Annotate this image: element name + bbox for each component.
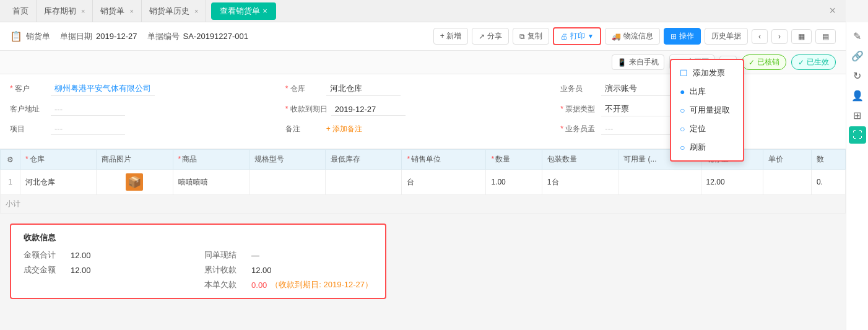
window-close-button[interactable]: × bbox=[824, 4, 841, 17]
share-button[interactable]: ↗ 分享 bbox=[472, 28, 509, 45]
row-unit-price bbox=[763, 170, 812, 195]
current-due-label: 本单欠款 bbox=[204, 279, 248, 290]
next-button[interactable]: › bbox=[771, 29, 788, 44]
payment-info-box: 收款信息 金额合计 12.00 同单现结 — 成交金额 12.00 累计收款 1… bbox=[10, 224, 386, 299]
tab-sales-order[interactable]: 销货单 × bbox=[93, 0, 141, 22]
total-amount-value: 12.00 bbox=[71, 251, 91, 260]
view-toggle-2[interactable]: ▤ bbox=[815, 29, 836, 44]
add-invoice-item[interactable]: ☐ 添加发票 bbox=[671, 64, 743, 82]
transaction-amount-item: 成交金额 12.00 bbox=[24, 264, 192, 276]
view-toggle-1[interactable]: ▦ bbox=[791, 29, 812, 44]
col-pack-qty: 包装数量 bbox=[542, 150, 618, 170]
sidebar-user-icon[interactable]: 👤 bbox=[849, 87, 866, 104]
transaction-amount-label: 成交金额 bbox=[24, 264, 67, 276]
print-button[interactable]: 🖨 打印 ▼ bbox=[553, 27, 601, 45]
close-view-sales[interactable]: × bbox=[263, 6, 267, 15]
row-available bbox=[618, 170, 701, 195]
transaction-amount-value: 12.00 bbox=[71, 266, 91, 275]
logistics-button[interactable]: 🚚 物流信息 bbox=[605, 28, 660, 45]
truck-icon: 🚚 bbox=[612, 32, 621, 41]
available-qty-icon: ○ bbox=[680, 105, 685, 115]
row-product-image: 📦 bbox=[97, 170, 173, 195]
sidebar-link-icon[interactable]: 🔗 bbox=[849, 47, 866, 64]
cumulative-value: 12.00 bbox=[251, 266, 272, 275]
staff2-label: 业务员孟 bbox=[560, 124, 597, 134]
col-unit: *销售单位 bbox=[402, 150, 486, 170]
total-amount-item: 金额合计 12.00 bbox=[24, 250, 192, 261]
effective-badge: ✓ 已生效 bbox=[791, 54, 836, 70]
new-button[interactable]: + 新增 bbox=[433, 28, 468, 45]
phone-icon: 📱 bbox=[617, 58, 627, 67]
ticket-type-label: 票据类型 bbox=[560, 104, 597, 115]
tab-view-sales[interactable]: 查看销货单 × bbox=[211, 2, 276, 20]
share-icon: ↗ bbox=[479, 32, 485, 41]
from-phone-button[interactable]: 📱 来自手机 bbox=[612, 54, 664, 70]
col-min-stock: 最低库存 bbox=[326, 150, 402, 170]
customer-value[interactable]: 柳州粤港平安气体有限公司 bbox=[51, 82, 155, 96]
prev-button[interactable]: ‹ bbox=[752, 29, 768, 44]
payment-date-label: 收款到期日 bbox=[285, 104, 328, 115]
right-sidebar: ✎ 🔗 ↻ 👤 ⊞ ⛶ bbox=[846, 22, 868, 309]
customer-label: 客户 bbox=[10, 84, 47, 94]
col-spec: 规格型号 bbox=[249, 150, 325, 170]
payment-grid: 金额合计 12.00 同单现结 — 成交金额 12.00 累计收款 12.00 … bbox=[24, 250, 373, 290]
cumulative-label: 累计收款 bbox=[204, 264, 248, 276]
same-order-label: 同单现结 bbox=[204, 250, 248, 261]
sidebar-table-icon[interactable]: ⊞ bbox=[849, 106, 866, 124]
row-product: 嘻嘻嘻嘻 bbox=[173, 170, 249, 195]
sidebar-edit-icon[interactable]: ✎ bbox=[849, 27, 866, 45]
customer-group: 客户 柳州粤港平安气体有限公司 bbox=[10, 82, 285, 96]
doc-number-field: 单据编号 SA-20191227-001 bbox=[147, 31, 249, 42]
print-icon: 🖨 bbox=[560, 32, 568, 41]
row-warehouse: 河北仓库 bbox=[20, 170, 97, 195]
voided-badge: ✓ 已核销 bbox=[742, 54, 786, 70]
sidebar-rotate-icon[interactable]: ↻ bbox=[849, 67, 866, 84]
col-unit-price: 单价 bbox=[763, 150, 812, 170]
row-more: 0. bbox=[811, 170, 845, 195]
doc-date-field: 单据日期 2019-12-27 bbox=[60, 31, 137, 42]
row-min-stock bbox=[326, 170, 402, 195]
col-gear[interactable]: ⚙ bbox=[1, 150, 20, 170]
copy-icon: ⧉ bbox=[519, 32, 525, 41]
copy-button[interactable]: ⧉ 复制 bbox=[513, 28, 549, 45]
warehouse-out-item[interactable]: ● 出库 bbox=[671, 82, 743, 101]
staff2-value: --- bbox=[601, 123, 675, 135]
tab-inventory-init[interactable]: 库存期初 × bbox=[37, 0, 93, 22]
current-due-item: 本单欠款 0.00 （收款到期日: 2019-12-27） bbox=[204, 279, 373, 290]
cumulative-item: 累计收款 12.00 bbox=[204, 264, 373, 276]
grid-icon: ⊞ bbox=[671, 32, 677, 41]
tab-sales-history[interactable]: 销货单历史 × bbox=[142, 0, 206, 22]
address-value: --- bbox=[51, 103, 125, 116]
current-due-value: 0.00 bbox=[251, 280, 267, 290]
refresh-item[interactable]: ○ 刷新 bbox=[671, 138, 743, 157]
row-num: 1 bbox=[1, 170, 20, 195]
tab-home[interactable]: 首页 bbox=[5, 0, 37, 22]
ticket-type-value: 不开票 bbox=[601, 102, 675, 116]
check-effective-icon: ✓ bbox=[798, 58, 804, 67]
refresh-icon: ○ bbox=[680, 142, 685, 152]
col-quantity: *数量 bbox=[486, 150, 542, 170]
project-value: --- bbox=[51, 123, 125, 135]
payment-title: 收款信息 bbox=[24, 232, 373, 243]
due-note: （收款到期日: 2019-12-27） bbox=[271, 279, 373, 290]
row-stock: 12.00 bbox=[701, 170, 763, 195]
history-button[interactable]: 历史单据 bbox=[705, 28, 748, 45]
operations-button[interactable]: ⊞ 操作 bbox=[664, 28, 701, 45]
payment-date-group: 收款到期日 2019-12-27 bbox=[285, 103, 561, 116]
close-sales-order[interactable]: × bbox=[129, 7, 133, 15]
sidebar-expand-icon[interactable]: ⛶ bbox=[849, 126, 866, 144]
add-note-button[interactable]: + 添加备注 bbox=[326, 124, 362, 134]
row-spec bbox=[249, 170, 325, 195]
note-label: 备注 bbox=[285, 124, 323, 134]
warehouse-out-icon: ● bbox=[680, 87, 685, 97]
locate-item[interactable]: ○ 定位 bbox=[671, 119, 743, 138]
close-inventory-init[interactable]: × bbox=[81, 7, 85, 15]
doc-meta: 📋 销货单 单据日期 2019-12-27 单据编号 SA-20191227-0… bbox=[10, 30, 248, 42]
project-group: 项目 --- bbox=[10, 123, 285, 135]
row-quantity: 1.00 bbox=[486, 170, 542, 195]
col-product: *商品 bbox=[173, 150, 249, 170]
same-order-item: 同单现结 — bbox=[204, 250, 373, 261]
col-warehouse: *仓库 bbox=[20, 150, 97, 170]
close-sales-history[interactable]: × bbox=[194, 7, 198, 15]
available-qty-item[interactable]: ○ 可用量提取 bbox=[671, 101, 743, 119]
